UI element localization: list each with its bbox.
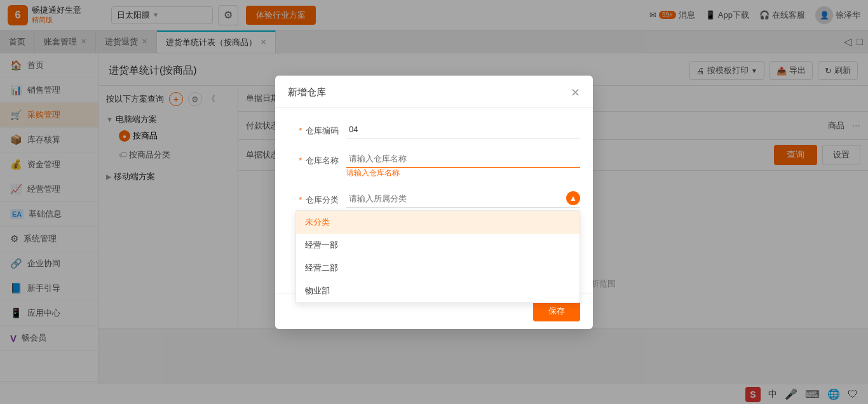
warehouse-code-row: * 仓库编码 <box>288 121 580 138</box>
modal-save-button[interactable]: 保存 <box>533 301 580 321</box>
category-option-property[interactable]: 物业部 <box>296 279 580 302</box>
code-label: * 仓库编码 <box>288 121 339 137</box>
category-input[interactable] <box>346 190 566 207</box>
name-label: * 仓库名称 <box>288 151 339 166</box>
category-option-unclassified[interactable]: 未分类 <box>296 211 580 234</box>
warehouse-name-row: * 仓库名称 请输入仓库名称 <box>288 150 580 178</box>
modal-title: 新增仓库 <box>288 86 326 98</box>
warehouse-category-row: * 仓库分类 ▲ 未分类 经营一部 经营二部 物业部 <box>288 190 580 208</box>
category-input-row: ▲ <box>346 190 580 208</box>
name-required-mark: * <box>299 156 302 165</box>
modal-body: * 仓库编码 * 仓库名称 请输入仓库名称 <box>275 108 593 293</box>
category-dropdown-wrap: ▲ 未分类 经营一部 经营二部 物业部 <box>346 190 580 208</box>
category-option-dept2[interactable]: 经营二部 <box>296 257 580 279</box>
add-warehouse-modal: 新增仓库 ✕ * 仓库编码 * 仓库名称 <box>275 76 593 329</box>
error-msg-row: 请输入仓库名称 <box>288 168 580 178</box>
category-dropdown-list: 未分类 经营一部 经营二部 物业部 <box>295 210 580 303</box>
category-toggle-button[interactable]: ▲ <box>566 191 580 205</box>
warehouse-name-input-row: * 仓库名称 <box>288 150 580 168</box>
warehouse-code-input[interactable] <box>346 121 580 138</box>
modal-header: 新增仓库 ✕ <box>275 76 593 108</box>
category-required-mark: * <box>299 195 302 205</box>
category-option-dept1[interactable]: 经营一部 <box>296 234 580 257</box>
warehouse-name-input[interactable] <box>346 150 580 168</box>
name-error-msg: 请输入仓库名称 <box>346 168 400 177</box>
modal-close-button[interactable]: ✕ <box>571 86 580 100</box>
modal-overlay: 新增仓库 ✕ * 仓库编码 * 仓库名称 <box>0 0 868 404</box>
category-label: * 仓库分类 <box>288 190 339 206</box>
code-required-mark: * <box>299 126 302 135</box>
